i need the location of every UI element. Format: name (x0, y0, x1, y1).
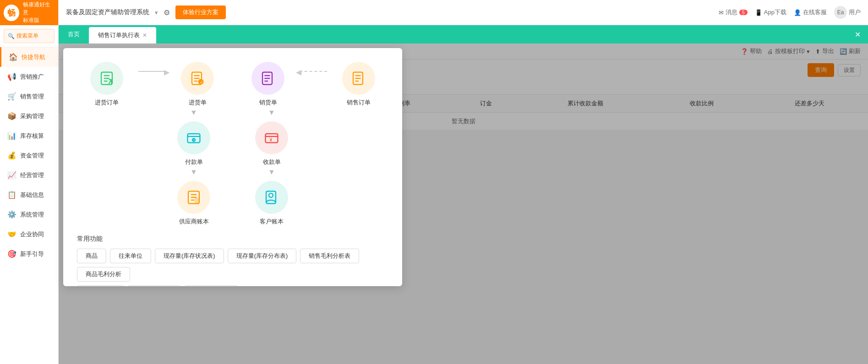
header-right: ✉ 消息 5 📱 App下载 👤 在线客服 Ea 用户 (719, 6, 861, 19)
download-icon: 📱 (755, 9, 762, 16)
sidebar-item-operations[interactable]: 📈 经营管理 (0, 165, 58, 185)
sidebar-item-basic-info[interactable]: 📋 基础信息 (0, 185, 58, 205)
purchase-order-label: 进货订单 (95, 98, 119, 107)
payment-bill-circle[interactable]: ¥ (177, 121, 210, 154)
func-btn-inventory-dist[interactable]: 现存量(库存分布表) (228, 249, 297, 263)
func-btn-partner[interactable]: 往来单位 (110, 249, 151, 263)
supplier-account-label: 供应商账本 (179, 217, 209, 226)
func-btn-inventory-status[interactable]: 现存量(库存状况表) (155, 249, 224, 263)
receipt-bill-circle[interactable]: ¥ (255, 121, 288, 154)
flow-modal: 进货订单 ▶ (63, 48, 402, 286)
flow-item-purchase-order[interactable]: 进货订单 (77, 62, 136, 107)
operations-icon: 📈 (7, 171, 16, 179)
sidebar-item-inventory[interactable]: 📊 库存核算 (0, 126, 58, 146)
modal-overlay: 进货订单 ▶ (59, 43, 868, 364)
finance-icon: 💰 (7, 151, 16, 160)
func-btn-sales-ranking[interactable]: 销售排行榜 (77, 285, 124, 286)
common-functions-area: 常用功能 商品 往来单位 现存量(库存状况表) 现存量(库存分布表) 销售毛利分… (77, 235, 388, 286)
func-btn-product[interactable]: 商品 (77, 249, 106, 263)
online-service-button[interactable]: 👤 在线客服 (794, 8, 827, 16)
sidebar-item-enterprise[interactable]: 🤝 企业协同 (0, 224, 58, 244)
avatar: Ea (834, 6, 847, 19)
sales-order-circle[interactable] (342, 62, 375, 95)
sidebar-item-system[interactable]: ⚙️ 系统管理 (0, 205, 58, 224)
message-button[interactable]: ✉ 消息 5 (719, 8, 748, 16)
supplier-account-circle[interactable] (177, 181, 210, 214)
enterprise-icon: 🤝 (7, 230, 16, 239)
flow-arrows-row-4: ▼ ▼ (77, 166, 388, 179)
search-menu-button[interactable]: 🔍 搜索菜单 (4, 29, 55, 43)
system-dropdown-icon[interactable]: ▾ (155, 9, 158, 16)
func-btn-payment-stats[interactable]: 付款情况统计 (185, 285, 238, 286)
flow-item-sales-order[interactable]: 销售订单 (329, 62, 388, 107)
purchase-order-circle[interactable] (90, 62, 123, 95)
settings-icon[interactable]: ⚙ (164, 8, 170, 17)
flow-item-supplier-account[interactable]: 供应商账本 (164, 181, 224, 226)
sidebar-item-quick-nav[interactable]: 🏠 快捷导航 (0, 47, 58, 67)
flow-row-5: 供应商账本 客户账本 (77, 181, 388, 226)
func-buttons-row-1: 商品 往来单位 现存量(库存状况表) 现存量(库存分布表) 销售毛利分析表 商品… (77, 249, 388, 282)
tabbar-close-button[interactable]: ✕ (847, 25, 868, 43)
marketing-icon: 📢 (7, 72, 16, 81)
func-buttons-row-2: 销售排行榜 收款情况统计 付款情况统计 (77, 285, 388, 286)
flow-item-purchase-bill[interactable]: ✓ 进货单 (168, 62, 227, 107)
tab-home[interactable]: 首页 (59, 25, 89, 43)
arrow-purchase-order-to-bill: ▶ (136, 71, 168, 85)
tab-close-icon[interactable]: ✕ (142, 32, 147, 38)
logo-icon: 畅 (4, 5, 19, 21)
sidebar-menu: 🏠 快捷导航 📢 营销推广 🛒 销售管理 📦 采购管理 📊 库存核算 💰 资金管… (0, 47, 58, 364)
sales-order-label: 销售订单 (347, 98, 371, 107)
flow-arrows-row-2: ▼ ▼ (77, 107, 388, 120)
sidebar-item-purchase[interactable]: 📦 采购管理 (0, 106, 58, 126)
flow-item-customer-account[interactable]: 客户账本 (242, 181, 301, 226)
sidebar: 畅 畅康通好生意 标准版 🔍 搜索菜单 🏠 快捷导航 📢 营销推广 🛒 销售管理… (0, 0, 59, 364)
header: 装备及固定资产辅助管理系统 ▾ ⚙ 体验行业方案 ✉ 消息 5 📱 App下载 … (59, 0, 868, 25)
flow-item-receipt-bill[interactable]: ¥ 收款单 (242, 121, 301, 166)
svg-text:✓: ✓ (200, 80, 203, 85)
sidebar-item-guide[interactable]: 🎯 新手引导 (0, 244, 58, 264)
sidebar-item-finance[interactable]: 💰 资金管理 (0, 146, 58, 165)
customer-account-circle[interactable] (255, 181, 288, 214)
flow-item-payment-bill[interactable]: ¥ 付款单 (164, 121, 224, 166)
flow-row-1: 进货订单 ▶ (77, 62, 388, 107)
payment-bill-label: 付款单 (185, 158, 203, 166)
quick-nav-icon: 🏠 (9, 53, 18, 61)
arrow-receipt-down: ▼ (268, 168, 275, 177)
tab-sales-order-execution[interactable]: 销售订单执行表 ✕ (89, 27, 156, 43)
logo-text: 畅康通好生意 标准版 (23, 1, 55, 24)
sales-icon: 🛒 (7, 92, 16, 101)
svg-rect-30 (195, 198, 199, 204)
basic-info-icon: 📋 (7, 190, 16, 199)
common-functions-title: 常用功能 (77, 235, 388, 243)
flow-row-3: ¥ 付款单 ¥ 收款单 (77, 121, 388, 166)
arrow-sales-bill-down: ▼ (268, 109, 275, 118)
arrow-payment-down: ▼ (190, 168, 197, 177)
func-btn-product-profit[interactable]: 商品毛利分析 (77, 267, 130, 282)
purchase-icon: 📦 (7, 112, 16, 120)
system-title: 装备及固定资产辅助管理系统 (66, 8, 149, 16)
func-btn-receipt-stats[interactable]: 收款情况统计 (128, 285, 181, 286)
flow-diagram: 进货订单 ▶ (77, 62, 388, 226)
svg-text:¥: ¥ (269, 137, 273, 142)
sales-bill-circle[interactable] (251, 62, 284, 95)
app-download-button[interactable]: 📱 App下载 (755, 8, 786, 16)
sidebar-item-marketing[interactable]: 📢 营销推广 (0, 67, 58, 87)
func-btn-sales-profit[interactable]: 销售毛利分析表 (300, 249, 359, 263)
message-badge: 5 (739, 10, 748, 15)
svg-point-32 (269, 193, 273, 197)
inventory-icon: 📊 (7, 131, 16, 140)
purchase-bill-label: 进货单 (189, 98, 207, 107)
service-icon: 👤 (794, 9, 801, 16)
user-menu[interactable]: Ea 用户 (834, 6, 861, 19)
sales-bill-label: 销货单 (259, 98, 277, 107)
receipt-bill-label: 收款单 (263, 158, 281, 166)
guide-icon: 🎯 (7, 250, 16, 258)
flow-item-sales-bill[interactable]: 销货单 (238, 62, 298, 107)
purchase-bill-circle[interactable]: ✓ (181, 62, 214, 95)
message-icon: ✉ (719, 9, 724, 16)
sidebar-search-area: 🔍 搜索菜单 (0, 25, 58, 47)
sidebar-item-sales[interactable]: 🛒 销售管理 (0, 87, 58, 106)
tabbar: 首页 销售订单执行表 ✕ ✕ (59, 25, 868, 43)
search-icon: 🔍 (8, 33, 15, 39)
trial-button[interactable]: 体验行业方案 (175, 5, 226, 19)
